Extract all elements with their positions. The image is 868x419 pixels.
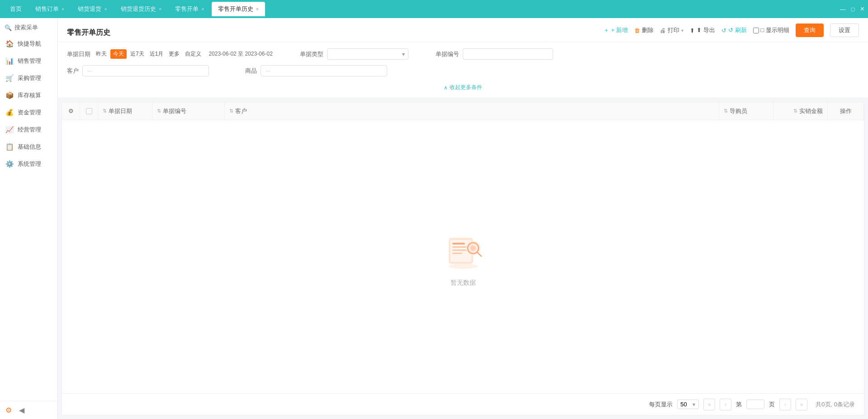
sidebar-settings-btn[interactable]: ⚙ — [5, 406, 12, 414]
tab-sales-return[interactable]: 销货退货 × — [71, 2, 113, 16]
sidebar-item-basic-info-label: 基础信息 — [18, 143, 41, 151]
col-op-label: 操作 — [840, 107, 852, 115]
sidebar-item-inventory-label: 库存核算 — [18, 91, 41, 99]
search-icon: 🔍 — [5, 24, 12, 31]
date-label: 单据日期 — [67, 50, 90, 58]
col-customer[interactable]: ⇅ 客户 — [225, 102, 719, 120]
current-page-input[interactable]: 1 — [746, 400, 764, 409]
sidebar-search[interactable]: 🔍 搜索采单 — [0, 18, 57, 35]
filter-row-1: 单据日期 昨天 今天 近7天 近1月 更多 自定义 2023-06-02 至 2… — [67, 48, 859, 60]
col-date[interactable]: ⇅ 单据日期 — [98, 102, 152, 120]
tab-sales-return-history[interactable]: 销货退货历史 × — [114, 2, 168, 16]
tab-sales-order-close[interactable]: × — [62, 6, 64, 12]
tab-retail-open[interactable]: 零售开单 × — [169, 2, 210, 16]
add-button[interactable]: ＋ + 新增 — [603, 26, 628, 34]
order-num-input[interactable] — [463, 48, 553, 60]
col-number[interactable]: ⇅ 单据编号 — [152, 102, 225, 120]
collapse-icon: ∧ — [444, 85, 448, 91]
next-page-btn[interactable]: › — [779, 399, 791, 410]
delete-label: 删除 — [642, 26, 654, 34]
date-btn-today[interactable]: 今天 — [110, 49, 127, 59]
order-type-label: 单据类型 — [300, 50, 323, 58]
first-page-btn[interactable]: « — [703, 399, 715, 410]
order-type-select-wrapper[interactable] — [327, 48, 408, 60]
collapse-bar[interactable]: ∧ 收起更多条件 — [67, 82, 859, 95]
tab-sales-return-close[interactable]: × — [104, 6, 107, 12]
sidebar-item-basic-info[interactable]: 📋 基础信息 — [0, 138, 57, 155]
display-detail-toggle[interactable]: □ 显示明细 — [753, 26, 789, 34]
filter-order-num: 单据编号 — [436, 48, 553, 60]
page-size-select[interactable]: 10 20 50 100 — [677, 400, 699, 409]
date-btn-7days[interactable]: 近7天 — [128, 49, 146, 59]
tab-sales-order[interactable]: 销售订单 × — [29, 2, 71, 16]
sidebar-bottom: ⚙ ◀ — [0, 401, 57, 419]
total-info: 共0页, 0条记录 — [816, 400, 855, 409]
pagination: 每页显示 10 20 50 100 « ‹ 第 1 页 › » 共0页, 0条记… — [62, 393, 864, 415]
export-button[interactable]: ⬆ ⬆ 导出 — [690, 26, 715, 34]
filter-area: 单据日期 昨天 今天 近7天 近1月 更多 自定义 2023-06-02 至 2… — [58, 42, 868, 98]
col-settings[interactable]: ⚙ — [62, 102, 80, 120]
print-button[interactable]: 🖨 打印 ▾ — [660, 26, 683, 34]
sidebar-item-purchase-mgmt[interactable]: 🛒 采购管理 — [0, 70, 57, 87]
filter-date: 单据日期 昨天 今天 近7天 近1月 更多 自定义 2023-06-02 至 2… — [67, 49, 273, 59]
tab-retail-open-history-close[interactable]: × — [256, 6, 259, 12]
sidebar-item-inventory[interactable]: 📦 库存核算 — [0, 87, 57, 104]
sidebar-item-sys-mgmt[interactable]: ⚙️ 系统管理 — [0, 155, 57, 173]
tab-retail-open-label: 零售开单 — [175, 5, 199, 13]
tab-retail-open-close[interactable]: × — [201, 6, 204, 12]
table-wrapper: ⚙ ⇅ 单据日期 ⇅ 单据编号 ⇅ 客户 ⇅ — [62, 102, 864, 415]
date-btn-1month[interactable]: 近1月 — [148, 49, 166, 59]
goods-input[interactable]: ··· — [261, 65, 387, 76]
settings-button[interactable]: 设置 — [830, 24, 859, 37]
svg-point-10 — [470, 245, 476, 251]
close-btn[interactable]: × — [860, 5, 864, 13]
delete-button[interactable]: 🗑 删除 — [634, 26, 654, 34]
query-button[interactable]: 查询 — [796, 24, 824, 37]
last-page-btn[interactable]: » — [796, 399, 807, 410]
sys-mgmt-icon: ⚙️ — [5, 160, 14, 168]
select-all-checkbox[interactable] — [86, 108, 92, 114]
prev-page-btn[interactable]: ‹ — [720, 399, 731, 410]
sidebar-item-sales-mgmt[interactable]: 📊 销售管理 — [0, 52, 57, 70]
maximize-btn[interactable]: □ — [851, 6, 855, 13]
col-guide[interactable]: ⇅ 导购员 — [719, 102, 773, 120]
page-size-wrapper[interactable]: 10 20 50 100 — [677, 400, 699, 409]
basic-info-icon: 📋 — [5, 143, 14, 151]
sidebar-item-finance-label: 资金管理 — [18, 108, 41, 117]
refresh-button[interactable]: ↺ ↺ 刷新 — [721, 26, 747, 34]
minimize-btn[interactable]: — — [840, 6, 846, 13]
sidebar-item-sys-mgmt-label: 系统管理 — [18, 160, 41, 168]
col-amount[interactable]: ⇅ 实销金额 — [773, 102, 828, 120]
filter-order-type: 单据类型 — [300, 48, 408, 60]
sidebar-item-operations[interactable]: 📈 经营管理 — [0, 121, 57, 138]
date-range-display: 2023-06-02 至 2023-06-02 — [209, 50, 272, 58]
tab-retail-open-history[interactable]: 零售开单历史 × — [212, 2, 265, 16]
col-checkbox[interactable] — [80, 102, 98, 120]
table-header: ⚙ ⇅ 单据日期 ⇅ 单据编号 ⇅ 客户 ⇅ — [62, 102, 864, 120]
sidebar-item-finance[interactable]: 💰 资金管理 — [0, 104, 57, 121]
window-controls: — □ × — [840, 5, 864, 13]
print-label: 打印 — [668, 26, 679, 34]
empty-illustration — [441, 226, 486, 272]
finance-icon: 💰 — [5, 108, 14, 117]
date-btn-yesterday[interactable]: 昨天 — [94, 49, 109, 59]
col-settings-icon: ⚙ — [68, 108, 74, 114]
top-nav-bar: 首页 销售订单 × 销货退货 × 销货退货历史 × 零售开单 × 零售开单历史 … — [0, 0, 868, 18]
refresh-label: ↺ 刷新 — [728, 26, 747, 34]
goods-label: 商品 — [245, 67, 257, 75]
refresh-icon: ↺ — [721, 27, 726, 34]
col-amount-label: 实销金额 — [799, 107, 823, 115]
date-buttons: 昨天 今天 近7天 近1月 更多 自定义 — [94, 49, 203, 59]
date-btn-custom[interactable]: 自定义 — [183, 49, 203, 59]
delete-icon: 🗑 — [634, 27, 640, 34]
customer-input[interactable]: ··· — [82, 65, 209, 76]
tab-home[interactable]: 首页 — [4, 2, 28, 16]
display-detail-checkbox[interactable] — [753, 28, 759, 33]
tab-sales-return-history-close[interactable]: × — [159, 6, 161, 12]
sidebar-item-quick-nav[interactable]: 🏠 快捷导航 — [0, 35, 57, 52]
sidebar-collapse-btn[interactable]: ◀ — [19, 406, 24, 414]
order-type-select[interactable] — [327, 48, 408, 60]
toolbar: ＋ + 新增 🗑 删除 🖨 打印 ▾ ⬆ ⬆ 导出 ↺ — [603, 24, 859, 42]
tab-sales-return-label: 销货退货 — [78, 5, 101, 13]
date-btn-more[interactable]: 更多 — [167, 49, 181, 59]
